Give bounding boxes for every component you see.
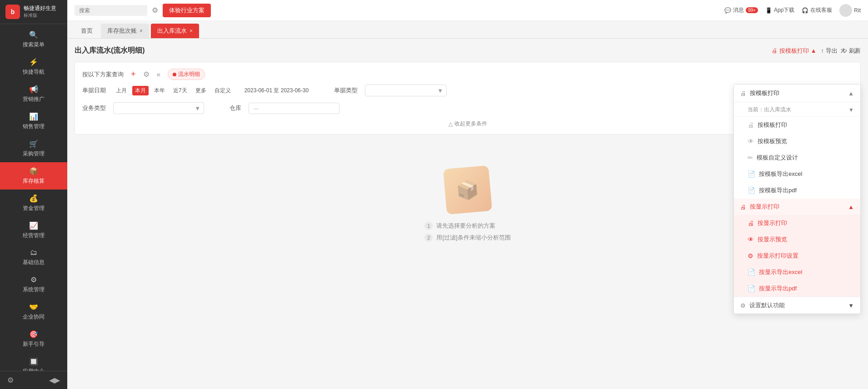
user-item[interactable]: Rit [839,4,861,17]
date-label: 单据日期 [82,86,106,95]
window-max-btn[interactable]: ⤢ [851,45,861,57]
dp-label-template_export_excel: 按模板导出excel [759,170,802,178]
notifications-item[interactable]: 💬 消息 99+ [724,6,758,14]
sidebar-icon-search: 🔍 [29,30,38,39]
dp-icon-template_preview: 👁 [748,138,754,145]
sidebar-item-enterprise[interactable]: 🤝企业协同 [0,298,67,325]
sidebar-label-guide: 新手引导 [23,340,45,348]
sidebar-icon-basic: 🗂 [30,249,37,257]
sidebar-icon-purchase: 🛒 [29,140,38,148]
dp-item-template_print[interactable]: 🖨按模板打印 [734,117,860,133]
dp-icon-display_print: 🖨 [748,219,754,227]
tab-flow-label: 出入库流水 [157,27,187,35]
sidebar-item-search[interactable]: 🔍搜索菜单 [0,26,67,53]
dp-footer-arrow: ▼ [848,302,854,309]
notification-badge: 99+ [746,7,758,13]
dp-header-up-icon[interactable]: ▲ [848,90,854,97]
dp-item-template_export_excel[interactable]: 📄按模板导出excel [734,166,860,182]
sidebar-item-guide[interactable]: 🎯新手引导 [0,325,67,353]
warehouse-more-icon: ··· [254,105,259,112]
dp-icon-display_preview: 👁 [748,236,754,243]
filter-tag: 流水明细 [168,69,205,80]
sidebar-label-basic: 基础信息 [23,259,45,266]
tip-text-2: 用[过滤]条件来缩小分析范围 [436,234,510,242]
date-opt-custom[interactable]: 自定义 [212,86,234,95]
sidebar-icon-inventory: 📦 [29,167,38,175]
tab-home[interactable]: 首页 [75,24,99,38]
dp-item-template_custom[interactable]: ✏模板自定义设计 [734,150,860,166]
print-template-btn[interactable]: 🖨 按模板打印 ▲ [772,47,817,55]
dp-display-section-arrow: ▲ [848,204,854,210]
doc-type-select[interactable] [365,85,447,96]
sidebar-item-inventory[interactable]: 📦库存核算 [0,162,67,190]
sidebar-icon-finance: 💰 [29,194,38,203]
dp-sub-header: 当前：出入库流水 ▼ [734,102,860,117]
sidebar-item-system[interactable]: ⚙系统管理 [0,271,67,298]
dp-footer-label: 设置默认功能 [749,301,785,309]
dp-header: 🖨 按模板打印 ▲ [734,85,860,102]
sidebar-item-finance[interactable]: 💰资金管理 [0,190,67,217]
export-icon: ↑ [821,47,824,54]
tip-num-2: 2 [424,234,433,242]
sidebar-icon-shortcut: ⚡ [29,58,38,66]
sidebar-item-marketing[interactable]: 📢营销推广 [0,80,67,108]
sidebar-icon-apps: 🔲 [29,357,38,366]
collapse-label: 收起更多条件 [454,120,487,128]
export-btn[interactable]: ↑ 导出 [821,47,838,55]
sidebar: b 畅捷通好生意 标准版 🔍搜索菜单⚡快捷导航📢营销推广📊销售管理🛒采购管理📦库… [0,0,67,389]
biz-type-select[interactable] [113,102,204,114]
filter-add-btn[interactable]: + [131,70,136,79]
dp-item-display_settings[interactable]: ⚙按显示打印设置 [734,248,860,264]
print-dropdown-arrow[interactable]: ▲ [811,47,817,54]
dp-sub-header-arrow[interactable]: ▼ [848,107,854,113]
date-opt-this-year[interactable]: 本年 [151,86,168,95]
tab-batch[interactable]: 库存批次账 × [101,24,149,38]
dp-footer[interactable]: ⚙ 设置默认功能 ▼ [734,297,860,314]
tab-batch-close[interactable]: × [140,28,143,34]
date-opt-last-month[interactable]: 上月 [113,86,130,95]
window-close-btn[interactable]: ✕ [838,45,848,57]
bell-icon: 💬 [724,7,731,14]
dp-item-display_export_excel[interactable]: 📄按显示导出excel [734,264,860,280]
warehouse-field[interactable]: ··· [249,103,339,114]
template-items-container: 🖨按模板打印👁按模板预览✏模板自定义设计📄按模板导出excel📄按模板导出pdf [734,117,860,199]
dp-display-section-header[interactable]: 🖨 按显示打印 ▲ [734,199,860,215]
dp-item-display_preview[interactable]: 👁按显示预览 [734,231,860,248]
date-opt-this-month[interactable]: 本月 [132,86,149,95]
dp-icon-display_export_excel: 📄 [748,269,755,276]
sidebar-collapse-icon[interactable]: ◀▶ [49,376,60,384]
tab-flow[interactable]: 出入库流水 × [151,24,199,38]
sidebar-label-shortcut: 快捷导航 [23,68,45,76]
filter-setting-btn[interactable]: ⚙ [143,70,150,79]
sidebar-item-shortcut[interactable]: ⚡快捷导航 [0,53,67,80]
dp-item-template_export_pdf[interactable]: 📄按模板导出pdf [734,182,860,199]
app-download-item[interactable]: 📱 App下载 [765,6,794,14]
empty-icon: 📦 [455,178,480,201]
dp-item-template_preview[interactable]: 👁按模板预览 [734,133,860,150]
sidebar-item-purchase[interactable]: 🛒采购管理 [0,135,67,162]
filter-collapse-btn[interactable]: « [157,70,161,79]
sidebar-label-enterprise: 企业协同 [23,313,45,321]
logo-area: b 畅捷通好生意 标准版 [0,0,67,24]
dp-item-display_export_pdf[interactable]: 📄按显示导出pdf [734,280,860,297]
search-input[interactable] [75,5,147,16]
sidebar-item-basic[interactable]: 🗂基础信息 [0,244,67,271]
trial-button[interactable]: 体验行业方案 [163,4,211,17]
dp-display-section-icon: 🖨 [740,204,746,210]
sidebar-item-apps[interactable]: 🔲应用中心 [0,353,67,371]
sidebar-item-sales[interactable]: 📊销售管理 [0,108,67,135]
customer-service-item[interactable]: 🎧 在线客服 [802,6,832,14]
date-opt-7days[interactable]: 近7天 [170,86,190,95]
date-opt-more[interactable]: 更多 [193,86,209,95]
tab-home-label: 首页 [81,27,93,35]
sidebar-label-marketing: 营销推广 [23,95,45,103]
dp-item-display_print[interactable]: 🖨按显示打印 [734,215,860,231]
export-label: 导出 [826,47,838,55]
tab-flow-close[interactable]: × [190,28,193,34]
dp-label-template_print: 按模板打印 [758,121,787,129]
sidebar-settings-icon[interactable]: ⚙ [7,376,14,384]
sidebar-item-operations[interactable]: 📈经营管理 [0,217,67,244]
topbar-gear-icon[interactable]: ⚙ [152,6,158,15]
dp-icon-template_custom: ✏ [748,154,753,161]
date-range: 2023-06-01 至 2023-06-30 [244,87,309,95]
